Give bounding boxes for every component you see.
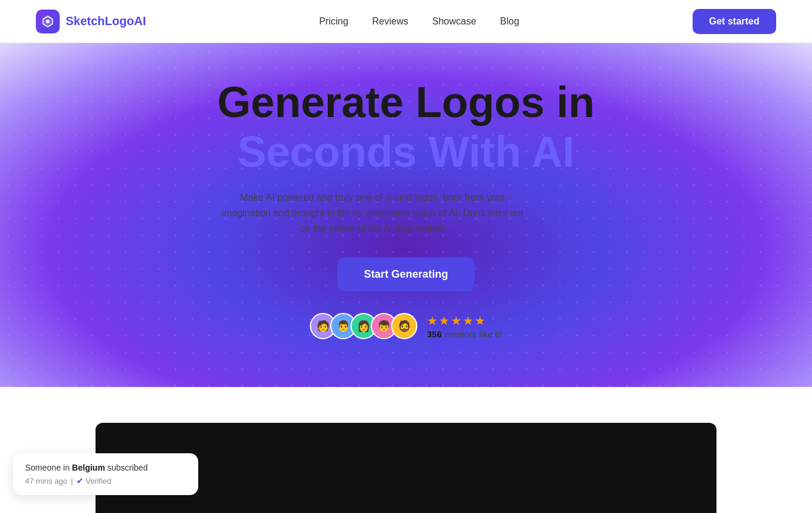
toast-notification: Someone in Belgium subscribed 47 mins ag… [13,453,198,495]
hero-title-line2: Seconds With AI [217,128,595,176]
toast-separator: | [71,477,73,486]
nav-pricing[interactable]: Pricing [319,16,348,26]
toast-country: Belgium [72,463,105,472]
star-1: ★ [427,314,438,328]
navbar: SketchLogoAI Pricing Reviews Showcase Bl… [0,0,812,43]
star-rating: ★ ★ ★ ★ ★ [427,314,485,328]
star-4: ★ [463,314,473,328]
nav-blog[interactable]: Blog [500,16,519,26]
get-started-button[interactable]: Get started [693,9,776,34]
star-2: ★ [439,314,450,328]
start-generating-button[interactable]: Start Generating [337,257,474,291]
toast-verified-badge: ✔ Verified [76,476,111,486]
hero-subtitle: Make AI powered and truly one-of-a-kind … [217,190,528,236]
hero-title-line1: Generate Logos in [217,79,595,126]
toast-action: subscribed [107,463,148,472]
toast-message: Someone in Belgium subscribed [25,463,186,472]
avatar-group: 🧑 👨 👩 👦 🧔 [310,313,417,339]
logo-link[interactable]: SketchLogoAI [36,10,146,33]
toast-meta: 47 mins ago | ✔ Verified [25,476,186,486]
star-3: ★ [451,314,462,328]
nav-links: Pricing Reviews Showcase Blog [319,16,519,27]
nav-showcase[interactable]: Showcase [432,16,476,26]
social-proof: 🧑 👨 👩 👦 🧔 ★ ★ ★ ★ ★ 356 creators like it… [217,313,595,339]
social-info: ★ ★ ★ ★ ★ 356 creators like it! [427,314,502,339]
verified-icon: ✔ [76,476,84,486]
toast-time: 47 mins ago [25,477,67,486]
logo-text: SketchLogoAI [66,14,146,28]
creators-text: creators like it! [444,329,502,339]
logo-icon [36,10,60,33]
creators-count: 356 [427,329,442,339]
hero-content: Generate Logos in Seconds With AI Make A… [217,79,595,339]
star-5: ★ [475,314,485,328]
creators-label: 356 creators like it! [427,329,502,339]
nav-reviews[interactable]: Reviews [372,16,408,26]
hero-section: Generate Logos in Seconds With AI Make A… [0,43,812,387]
toast-prefix: Someone in [25,463,70,472]
toast-verified-label: Verified [85,477,111,486]
avatar: 🧔 [391,313,417,339]
svg-point-0 [46,20,50,23]
